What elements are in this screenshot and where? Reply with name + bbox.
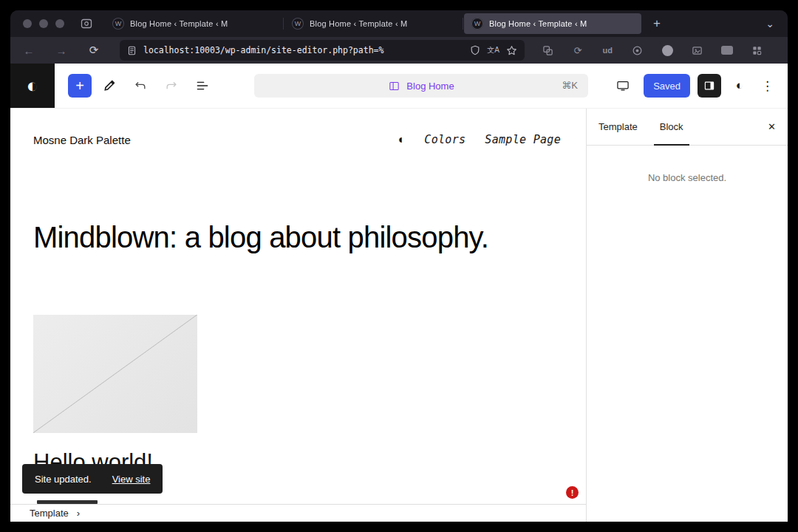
tab-separator	[283, 18, 284, 30]
document-bar[interactable]: Blog Home ⌘K	[254, 74, 588, 98]
nav-link-colors[interactable]: Colors	[424, 133, 466, 146]
sidebar-tab-template[interactable]: Template	[598, 109, 638, 146]
redo-icon	[164, 78, 179, 93]
nav-contrast-icon[interactable]: ◐	[398, 133, 406, 146]
command-shortcut-hint: ⌘K	[562, 80, 578, 91]
wordpress-favicon-icon: W	[292, 18, 304, 30]
site-header-block: Mosne Dark Palette ◐ Colors Sample Page	[33, 132, 561, 148]
extension-image-icon[interactable]	[688, 41, 707, 60]
sidebar-body: No block selected.	[587, 146, 788, 183]
list-all-tabs-button[interactable]: ⌄	[760, 13, 780, 34]
wordpress-favicon-icon: W	[471, 18, 483, 30]
tools-pencil-button[interactable]	[96, 72, 123, 99]
sidebar-tab-block[interactable]: Block	[660, 109, 683, 146]
redo-button[interactable]	[158, 72, 185, 99]
browser-tab-3-active[interactable]: W Blog Home ‹ Template ‹ M	[464, 13, 641, 34]
sidebar-icon	[703, 79, 716, 92]
styles-contrast-icon[interactable]: ◐	[729, 74, 751, 98]
new-tab-button[interactable]: +	[647, 13, 667, 34]
block-inserter-button[interactable]: +	[68, 74, 92, 98]
extension-puzzle-icon[interactable]	[748, 41, 767, 60]
reload-button[interactable]: ⟳	[81, 40, 106, 61]
editor-header-actions: Saved ◐ ⋮	[610, 72, 788, 99]
snackbar-message: Site updated.	[35, 474, 92, 485]
extension-circle-icon[interactable]	[628, 41, 647, 60]
url-text: localhost:10003/wp-admin/site-editor.php…	[143, 45, 463, 55]
url-bar[interactable]: localhost:10003/wp-admin/site-editor.php…	[120, 40, 525, 61]
close-window-button[interactable]	[23, 19, 32, 28]
heading-block[interactable]: Mindblown: a blog about philosophy.	[33, 221, 488, 254]
list-view-icon	[195, 78, 210, 93]
firefox-view-icon[interactable]	[76, 13, 97, 34]
undo-icon	[133, 78, 148, 93]
site-hub-button[interactable]: ◐	[10, 64, 55, 108]
browser-tab-bar: W Blog Home ‹ Template ‹ M W Blog Home ‹…	[10, 10, 788, 37]
browser-tab-2[interactable]: W Blog Home ‹ Template ‹ M	[284, 13, 462, 34]
site-title[interactable]: Mosne Dark Palette	[33, 134, 131, 146]
close-sidebar-icon[interactable]: ✕	[768, 121, 776, 132]
saved-button[interactable]: Saved	[644, 74, 690, 98]
document-overview-button[interactable]	[189, 72, 216, 99]
tab-title: Blog Home ‹ Template ‹ M	[310, 19, 454, 28]
zoom-window-button[interactable]	[55, 19, 64, 28]
no-block-selected-text: No block selected.	[648, 172, 726, 183]
settings-sidebar: Template Block ✕ No block selected.	[586, 109, 788, 522]
browser-tab-1[interactable]: W Blog Home ‹ Template ‹ M	[105, 13, 282, 34]
editor-tools: +	[55, 72, 216, 99]
extension-ud-icon[interactable]: ud	[598, 41, 617, 60]
settings-sidebar-toggle[interactable]	[698, 74, 721, 98]
desktop-icon	[615, 78, 630, 93]
shield-icon[interactable]	[470, 45, 480, 55]
back-button[interactable]: ←	[16, 40, 41, 61]
undo-button[interactable]	[127, 72, 154, 99]
wordpress-favicon-icon: W	[112, 18, 124, 30]
browser-window: W Blog Home ‹ Template ‹ M W Blog Home ‹…	[10, 10, 788, 522]
snackbar-notice: Site updated. View site	[22, 464, 163, 494]
minimize-window-button[interactable]	[39, 19, 48, 28]
nav-link-sample-page[interactable]: Sample Page	[485, 133, 561, 146]
tab-separator	[463, 18, 463, 30]
sidebar-header: Template Block ✕	[587, 109, 788, 146]
document-title: Blog Home	[406, 81, 454, 92]
editor-header-main: + Blog Home ⌘K	[55, 64, 788, 108]
view-site-link[interactable]: View site	[112, 474, 151, 485]
extension-sync-icon[interactable]: ⟳	[568, 41, 587, 60]
template-icon	[388, 80, 400, 92]
editor-canvas: Mosne Dark Palette ◐ Colors Sample Page …	[10, 109, 586, 522]
bookmark-star-icon[interactable]	[506, 45, 517, 56]
chevron-right-icon: ›	[77, 508, 80, 519]
pencil-icon	[102, 78, 117, 93]
options-menu-button[interactable]: ⋮	[758, 74, 777, 98]
window-controls	[23, 19, 64, 28]
extension-pill-icon[interactable]	[717, 41, 737, 60]
page-icon	[127, 46, 137, 55]
browser-nav-bar: ← → ⟳ localhost:10003/wp-admin/site-edit…	[10, 37, 788, 64]
extensions-area: ⟳ ud	[525, 41, 780, 60]
translate-icon[interactable]: 文A	[487, 45, 499, 55]
editor-body: Mosne Dark Palette ◐ Colors Sample Page …	[10, 108, 788, 522]
view-preview-button[interactable]	[610, 72, 636, 99]
editor-header: ◐ + Blog Home ⌘K	[10, 64, 788, 108]
extension-shapes-icon[interactable]	[538, 41, 557, 60]
tab-title: Blog Home ‹ Template ‹ M	[489, 19, 634, 28]
image-placeholder-block[interactable]	[33, 315, 197, 433]
error-badge-icon[interactable]: !	[566, 486, 579, 499]
navigation-block: ◐ Colors Sample Page	[398, 133, 561, 146]
breadcrumb-template[interactable]: Template	[30, 508, 69, 519]
account-avatar-icon[interactable]	[658, 41, 677, 60]
tab-title: Blog Home ‹ Template ‹ M	[130, 19, 275, 28]
breadcrumb-bar: Template ›	[10, 504, 586, 522]
forward-button[interactable]: →	[49, 40, 74, 61]
